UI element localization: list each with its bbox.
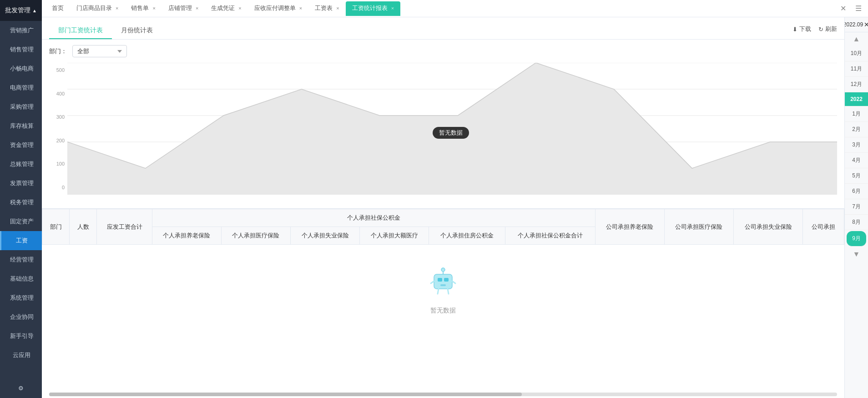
tab-close-应收应付调整单[interactable]: × [299, 5, 302, 11]
y-label-300: 300 [49, 114, 67, 120]
sub-tabs: 部门工资统计表 月份统计表 [49, 23, 162, 39]
refresh-button[interactable]: ↻ 刷新 [818, 25, 837, 33]
svg-rect-10 [440, 284, 446, 286]
date-item-4月[interactable]: 4月 [845, 153, 868, 168]
tab-销售单[interactable]: 销售单 × [125, 1, 161, 16]
chart-yaxis: 0 100 200 300 400 500 [49, 63, 67, 195]
sidebar-item-营销推广[interactable]: 营销推广 [0, 21, 42, 40]
th-人数: 人数 [70, 209, 97, 245]
sidebar-settings-button[interactable]: ⚙ [0, 378, 42, 398]
tab-bar-menu-icon[interactable]: ☰ [853, 3, 864, 14]
th-应发工资合计: 应发工资合计 [97, 209, 152, 245]
sidebar-item-固定资产[interactable]: 固定资产 [0, 212, 42, 231]
y-label-500: 500 [49, 67, 67, 73]
svg-line-14 [452, 281, 455, 283]
download-button[interactable]: ⬇ 下载 [792, 25, 811, 33]
date-panel-year: 2022.09 [844, 21, 863, 28]
table-scrollbar-thumb[interactable] [49, 393, 522, 396]
chart-wrapper: 0 100 200 300 400 500 [49, 63, 837, 208]
chart-svg [67, 63, 837, 195]
tab-close-工资统计报表[interactable]: × [391, 5, 394, 11]
gear-icon: ⚙ [18, 385, 24, 392]
sub-tab-actions: ⬇ 下载 ↻ 刷新 [792, 25, 837, 37]
department-select[interactable]: 全部 销售部 财务部 行政部 技术部 [72, 45, 127, 57]
th-个人承担养老保险: 个人承担养老保险 [152, 227, 221, 245]
svg-point-12 [441, 268, 445, 272]
tab-生成凭证[interactable]: 生成凭证 × [205, 1, 247, 16]
tab-门店商品目录[interactable]: 门店商品目录 × [70, 1, 125, 16]
th-公司承担养老保险: 公司承担养老保险 [595, 209, 664, 245]
empty-state: 暂无数据 [42, 245, 844, 333]
sidebar-item-系统管理[interactable]: 系统管理 [0, 288, 42, 307]
th-个人承担社保公积金合计: 个人承担社保公积金合计 [505, 227, 595, 245]
date-item-12月[interactable]: 12月 [845, 77, 868, 92]
sidebar-item-销售管理[interactable]: 销售管理 [0, 40, 42, 59]
sub-tab-月份统计表[interactable]: 月份统计表 [112, 23, 162, 39]
date-panel-close-icon[interactable]: ✕ [864, 21, 868, 28]
date-item-year-2022[interactable]: 2022 [845, 92, 868, 106]
sidebar-item-总账管理[interactable]: 总账管理 [0, 155, 42, 174]
sidebar-item-电商管理[interactable]: 电商管理 [0, 78, 42, 97]
content-area: 部门工资统计表 月份统计表 ⬇ 下载 ↻ 刷新 [42, 17, 868, 398]
svg-rect-7 [434, 274, 452, 289]
sidebar-item-工资[interactable]: 工资 [0, 231, 42, 250]
sidebar-collapse-icon[interactable]: ▲ [32, 8, 37, 13]
download-icon: ⬇ [792, 26, 797, 33]
sidebar-header: 批发管理 ▲ [0, 0, 42, 21]
sidebar-title: 批发管理 [5, 6, 30, 15]
th-个人承担医疗保险: 个人承担医疗保险 [221, 227, 290, 245]
tab-工资统计报表[interactable]: 工资统计报表 × [346, 1, 400, 16]
table-container[interactable]: 部门 人数 应发工资合计 个人承担社保公积金 公司承担养老保险 公司承担医疗保险… [42, 208, 844, 391]
date-item-2月[interactable]: 2月 [845, 122, 868, 137]
date-nav-up[interactable]: ▲ [845, 32, 868, 46]
date-item-6月[interactable]: 6月 [845, 184, 868, 199]
date-nav-down[interactable]: ▼ [845, 247, 868, 261]
sidebar-item-采购管理[interactable]: 采购管理 [0, 97, 42, 116]
sidebar: 批发管理 ▲ 营销推广 销售管理 小畅电商 电商管理 采购管理 库存核算 资金管… [0, 0, 42, 398]
date-panel: 2022.09 ✕ ▲ 10月 11月 12月 2022 1月 2月 [844, 17, 868, 398]
tab-首页[interactable]: 首页 [45, 1, 70, 16]
date-item-10月[interactable]: 10月 [845, 46, 868, 61]
date-item-7月[interactable]: 7月 [845, 199, 868, 215]
tab-bar-end: ✕ ☰ [838, 3, 864, 14]
th-公司承担失业保险: 公司承担失业保险 [734, 209, 803, 245]
tab-close-工资表[interactable]: × [336, 5, 339, 11]
sidebar-item-资金管理[interactable]: 资金管理 [0, 136, 42, 155]
tab-close-店铺管理[interactable]: × [196, 5, 198, 11]
sub-tab-bar: 部门工资统计表 月份统计表 ⬇ 下载 ↻ 刷新 [42, 17, 844, 40]
th-个人承担大额医疗: 个人承担大额医疗 [360, 227, 429, 245]
svg-rect-8 [438, 278, 442, 282]
date-item-11月[interactable]: 11月 [845, 61, 868, 77]
date-item-1月[interactable]: 1月 [845, 106, 868, 122]
tab-close-门店商品目录[interactable]: × [116, 5, 118, 11]
tab-应收应付调整单[interactable]: 应收应付调整单 × [248, 1, 308, 16]
date-item-3月[interactable]: 3月 [845, 137, 868, 153]
table-scrollbar[interactable] [49, 393, 837, 396]
sub-tab-部门工资统计表[interactable]: 部门工资统计表 [49, 23, 112, 39]
sidebar-item-企业协同[interactable]: 企业协同 [0, 307, 42, 327]
y-label-100: 100 [49, 161, 67, 166]
th-公司承担医疗保险: 公司承担医疗保险 [664, 209, 733, 245]
data-table: 部门 人数 应发工资合计 个人承担社保公积金 公司承担养老保险 公司承担医疗保险… [42, 209, 844, 245]
main-area: 首页 门店商品目录 × 销售单 × 店铺管理 × 生成凭证 × 应收应付调整单 … [42, 0, 868, 398]
sidebar-item-基础信息[interactable]: 基础信息 [0, 269, 42, 288]
tab-close-生成凭证[interactable]: × [238, 5, 241, 11]
th-公司承担: 公司承担 [803, 209, 844, 245]
tab-工资表[interactable]: 工资表 × [308, 1, 345, 16]
sidebar-item-新手引导[interactable]: 新手引导 [0, 327, 42, 346]
sidebar-item-税务管理[interactable]: 税务管理 [0, 193, 42, 212]
date-item-9月[interactable]: 9月 [847, 231, 866, 247]
sidebar-item-经营管理[interactable]: 经营管理 [0, 250, 42, 269]
y-label-200: 200 [49, 138, 67, 143]
tab-店铺管理[interactable]: 店铺管理 × [162, 1, 205, 16]
tab-close-销售单[interactable]: × [152, 5, 155, 11]
sidebar-item-小畅电商[interactable]: 小畅电商 [0, 59, 42, 78]
date-item-8月[interactable]: 8月 [845, 215, 868, 230]
sidebar-item-库存核算[interactable]: 库存核算 [0, 116, 42, 136]
date-item-5月[interactable]: 5月 [845, 168, 868, 184]
th-个人承担失业保险: 个人承担失业保险 [290, 227, 359, 245]
th-个人承担社保公积金: 个人承担社保公积金 [152, 209, 595, 227]
tab-bar-close-all[interactable]: ✕ [838, 3, 849, 14]
sidebar-item-云应用[interactable]: 云应用 [0, 346, 42, 365]
sidebar-item-发票管理[interactable]: 发票管理 [0, 174, 42, 193]
